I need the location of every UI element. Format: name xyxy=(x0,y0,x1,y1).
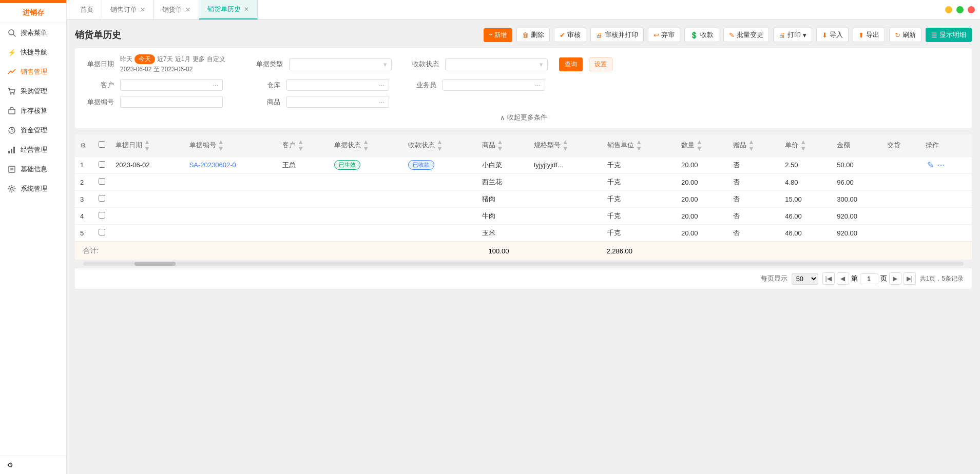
filter-row-3: 单据编号 商品 ··· xyxy=(83,96,964,108)
query-button[interactable]: 查询 xyxy=(559,57,583,71)
col-qty[interactable]: 数量 ▲▼ xyxy=(676,134,728,156)
scroll-thumb[interactable] xyxy=(134,262,176,266)
row-checkbox xyxy=(93,174,110,191)
salesperson-dots-icon[interactable]: ··· xyxy=(535,81,541,89)
abandon-button[interactable]: ↩ 弃审 xyxy=(648,28,680,42)
salesperson-input[interactable]: ··· xyxy=(443,79,545,91)
select-all-checkbox[interactable] xyxy=(99,141,105,148)
warehouse-input[interactable]: ··· xyxy=(286,79,389,91)
svg-rect-4 xyxy=(9,109,15,114)
customer-input[interactable]: ··· xyxy=(120,79,223,91)
audit-icon: ✔ xyxy=(560,31,565,39)
doc-status-badge: 已生效 xyxy=(334,160,360,170)
tab-sales-order[interactable]: 销售订单 ✕ xyxy=(102,0,154,19)
goods-dots-icon[interactable]: ··· xyxy=(379,98,385,106)
audit-button[interactable]: ✔ 审核 xyxy=(554,28,586,42)
page-next-btn[interactable]: ▶ xyxy=(889,272,901,285)
page-first-btn[interactable]: |◀ xyxy=(822,272,835,285)
row-unit: 千克 xyxy=(602,208,676,225)
tab-sales-delivery[interactable]: 销货单 ✕ xyxy=(154,0,199,19)
page-label-suffix: 页 xyxy=(880,274,887,283)
show-detail-button[interactable]: ☰ 显示明细 xyxy=(926,28,972,42)
row-customer xyxy=(277,208,329,225)
row-index: 3 xyxy=(75,191,93,208)
sidebar-item-inventory[interactable]: 库存核算 xyxy=(0,101,66,121)
tab-close-sales-history[interactable]: ✕ xyxy=(244,6,249,13)
sidebar-item-operations[interactable]: 经营管理 xyxy=(0,140,66,160)
sidebar-item-label: 基础信息 xyxy=(21,165,47,174)
sidebar-item-sales-mgmt[interactable]: 销售管理 xyxy=(0,62,66,82)
sidebar-item-base-info[interactable]: 基础信息 xyxy=(0,160,66,179)
new-button[interactable]: + 新增 xyxy=(484,28,512,42)
window-maximize-btn[interactable] xyxy=(956,6,964,13)
col-doc-date[interactable]: 单据日期 ▲▼ xyxy=(110,134,184,156)
page-size-select[interactable]: 50 100 200 xyxy=(792,273,818,285)
col-settings[interactable]: ⚙ xyxy=(75,134,93,156)
customer-dots-icon[interactable]: ··· xyxy=(213,81,218,89)
collect-button[interactable]: 💲 收款 xyxy=(684,28,719,42)
table-container: ⚙ 单据日期 ▲▼ 单据编号 xyxy=(75,134,972,289)
audit-print-button[interactable]: 🖨 审核并打印 xyxy=(590,28,644,42)
sidebar-item-purchase-mgmt[interactable]: 采购管理 xyxy=(0,82,66,101)
settings-button[interactable]: 设置 xyxy=(589,57,612,71)
page-prev-btn[interactable]: ◀ xyxy=(837,272,849,285)
shortcut-7days[interactable]: 近7天 xyxy=(157,55,173,64)
svg-point-3 xyxy=(13,93,15,95)
col-gift[interactable]: 赠品 ▲▼ xyxy=(728,134,780,156)
tab-sales-history[interactable]: 销货单历史 ✕ xyxy=(199,0,258,19)
shortcut-more[interactable]: 更多 xyxy=(193,55,205,64)
window-minimize-btn[interactable] xyxy=(945,6,952,13)
tab-home[interactable]: 首页 xyxy=(72,0,102,19)
row-customer: 王总 xyxy=(277,156,329,174)
warehouse-dots-icon[interactable]: ··· xyxy=(379,81,385,89)
shortcut-today[interactable]: 今天 xyxy=(134,54,155,64)
tab-close-sales-delivery[interactable]: ✕ xyxy=(185,6,190,13)
col-customer[interactable]: 客户 ▲▼ xyxy=(277,134,329,156)
collect-status-badge: 已收款 xyxy=(408,160,434,170)
col-doc-status[interactable]: 单据状态 ▲▼ xyxy=(329,134,403,156)
col-spec[interactable]: 规格型号 ▲▼ xyxy=(529,134,603,156)
collect-status-input[interactable]: ▾ xyxy=(445,58,548,70)
col-price[interactable]: 单价 ▲▼ xyxy=(780,134,832,156)
row-action xyxy=(920,174,972,191)
col-doc-no[interactable]: 单据编号 ▲▼ xyxy=(184,134,278,156)
col-unit[interactable]: 销售单位 ▲▼ xyxy=(602,134,676,156)
export-button[interactable]: ⬆ 导出 xyxy=(853,28,885,42)
sidebar-item-finance[interactable]: ¥ 资金管理 xyxy=(0,121,66,140)
window-close-btn[interactable] xyxy=(968,6,975,13)
shortcut-1month[interactable]: 近1月 xyxy=(175,55,191,64)
row-gift: 否 xyxy=(728,225,780,242)
row-trade xyxy=(882,174,920,191)
shortcut-custom[interactable]: 自定义 xyxy=(207,55,225,64)
import-button[interactable]: ⬇ 导入 xyxy=(816,28,849,42)
row-qty: 20.00 xyxy=(676,156,728,174)
goods-input[interactable]: ··· xyxy=(286,96,389,108)
sidebar-settings-btn[interactable]: ⚙ xyxy=(0,456,66,474)
shortcut-yesterday[interactable]: 昨天 xyxy=(120,55,132,64)
row-goods: 牛肉 xyxy=(477,208,529,225)
page-input[interactable] xyxy=(860,273,878,284)
row-collect-status xyxy=(403,174,477,191)
delete-button[interactable]: 🗑 删除 xyxy=(516,28,550,42)
edit-btn[interactable]: ✎ xyxy=(927,161,934,169)
batch-change-button[interactable]: ✎ 批量变更 xyxy=(723,28,769,42)
print-button[interactable]: 🖨 打印 ▾ xyxy=(773,28,812,42)
more-btn[interactable]: ⋯ xyxy=(937,161,945,169)
doc-type-input[interactable]: ▾ xyxy=(289,58,392,70)
table-settings-icon[interactable]: ⚙ xyxy=(80,142,86,149)
sidebar-item-sys-mgmt[interactable]: 系统管理 xyxy=(0,179,66,199)
sidebar-item-search-menu[interactable]: 搜索菜单 xyxy=(0,23,66,43)
col-checkbox xyxy=(93,134,110,156)
col-goods[interactable]: 商品 ▲▼ xyxy=(477,134,529,156)
content-area: 销货单历史 + 新增 🗑 删除 ✔ 审核 🖨 审核并打印 ↩ 弃审 xyxy=(67,19,980,474)
tab-close-sales-order[interactable]: ✕ xyxy=(140,6,145,13)
collapse-btn[interactable]: ∧ 收起更多条件 xyxy=(83,113,964,122)
sidebar-item-quick-nav[interactable]: ⚡ 快捷导航 xyxy=(0,43,66,62)
col-collect-status[interactable]: 收款状态 ▲▼ xyxy=(403,134,477,156)
page-last-btn[interactable]: ▶| xyxy=(904,272,916,285)
row-index: 5 xyxy=(75,225,93,242)
scroll-bar[interactable] xyxy=(75,260,972,268)
doc-no-input[interactable] xyxy=(120,96,223,108)
footer-label: 合计: xyxy=(83,246,99,255)
refresh-button[interactable]: ↻ 刷新 xyxy=(889,28,921,42)
